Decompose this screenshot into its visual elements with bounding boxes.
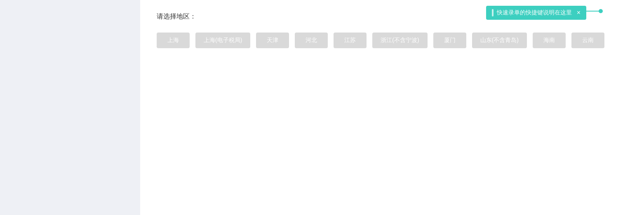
region-button-jiangsu[interactable]: 江苏 bbox=[334, 33, 367, 48]
tooltip-banner: 快速录单的快捷键说明在这里 × bbox=[486, 6, 586, 20]
main-content: 请选择地区： 上海上海(电子税局)天津河北江苏浙江(不含宁波)厦门山东(不含青岛… bbox=[140, 0, 644, 215]
region-buttons-container: 上海上海(电子税局)天津河北江苏浙江(不含宁波)厦门山东(不含青岛)海南云南 bbox=[157, 33, 628, 48]
left-sidebar bbox=[0, 0, 140, 215]
tooltip-left-bar bbox=[492, 9, 494, 16]
region-button-yunnan[interactable]: 云南 bbox=[571, 33, 604, 48]
region-button-shandong[interactable]: 山东(不含青岛) bbox=[472, 33, 527, 48]
region-button-shanghai[interactable]: 上海 bbox=[157, 33, 190, 48]
tooltip-close-button[interactable]: × bbox=[577, 9, 581, 16]
region-button-shanghai-etax[interactable]: 上海(电子税局) bbox=[195, 33, 250, 48]
region-button-xiamen[interactable]: 厦门 bbox=[433, 33, 466, 48]
tooltip-connector-dot bbox=[599, 9, 603, 13]
region-button-tianjin[interactable]: 天津 bbox=[256, 33, 289, 48]
region-button-hainan[interactable]: 海南 bbox=[533, 33, 566, 48]
tooltip-text: 快速录单的快捷键说明在这里 bbox=[497, 9, 572, 16]
region-button-hebei[interactable]: 河北 bbox=[295, 33, 328, 48]
region-button-zhejiang[interactable]: 浙江(不含宁波) bbox=[372, 33, 427, 48]
